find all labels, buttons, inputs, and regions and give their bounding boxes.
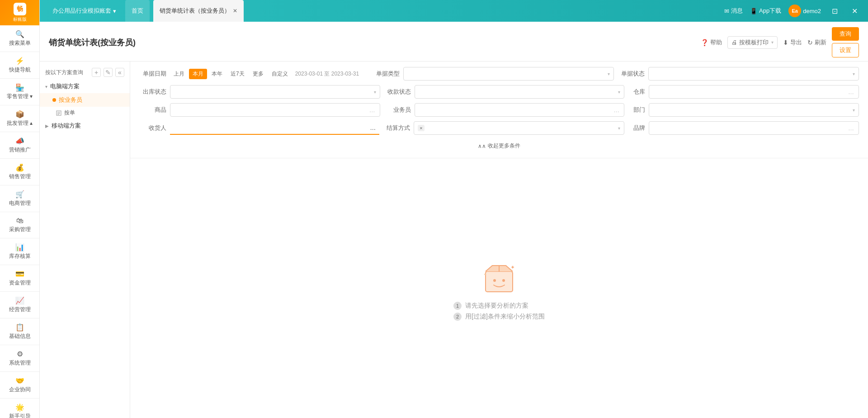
date-tab-this-year[interactable]: 本年 bbox=[208, 69, 226, 79]
sidebar-item-ops[interactable]: 📈 经营管理 bbox=[0, 292, 39, 318]
sidebar-item-newbie[interactable]: 🌟 新手引导 bbox=[0, 399, 39, 418]
panel-header-icons: + ✎ « bbox=[92, 68, 124, 77]
recv-status-chevron: ▾ bbox=[618, 90, 620, 95]
sidebar-item-retail[interactable]: 🏪 零售管理 ▾ bbox=[0, 79, 39, 105]
svg-text:✦: ✦ bbox=[483, 272, 487, 277]
breadcrumb[interactable]: 办公用品行业模拟账套 ▾ bbox=[47, 0, 122, 22]
tab-close-icon[interactable]: ✕ bbox=[233, 8, 237, 14]
date-tab-more[interactable]: 更多 bbox=[249, 69, 267, 79]
sidebar-item-marketing-label: 营销推广 bbox=[2, 146, 38, 154]
app-download-btn[interactable]: 📱 App下载 bbox=[750, 7, 781, 15]
tree-by-staff[interactable]: 按业务员 bbox=[40, 93, 130, 107]
topbar-left: 办公用品行业模拟账套 ▾ 首页 销货单统计表（按业务员） ✕ bbox=[47, 0, 244, 22]
add-scheme-btn[interactable]: + bbox=[92, 68, 101, 77]
dept-label: 部门 bbox=[632, 106, 645, 114]
by-order-label: 按单 bbox=[64, 109, 75, 117]
logo-icon: 畅 bbox=[14, 3, 26, 15]
settlement-label: 结算方式 bbox=[387, 124, 410, 132]
sidebar-item-purchase[interactable]: 🛍 采购管理 bbox=[0, 212, 39, 238]
expand-icon: ▾ bbox=[45, 84, 47, 89]
date-filter-group: 上月 本月 本年 近7天 更多 自定义 2023-03-01 至 2023-03… bbox=[170, 69, 373, 79]
help-btn[interactable]: ❓ 帮助 bbox=[701, 38, 722, 47]
wholesale-icon: 📦 bbox=[2, 110, 38, 119]
mobile-section-label: 移动端方案 bbox=[52, 122, 81, 130]
settlement-chevron: ▾ bbox=[618, 126, 620, 131]
tab-home[interactable]: 首页 bbox=[125, 0, 150, 22]
base-icon: 📋 bbox=[2, 323, 38, 332]
sidebar-item-base[interactable]: 📋 基础信息 bbox=[0, 318, 39, 345]
dept-control[interactable]: ▾ bbox=[649, 103, 859, 117]
brand-control[interactable]: … bbox=[649, 121, 859, 135]
edit-scheme-btn[interactable]: ✎ bbox=[104, 68, 113, 77]
export-btn[interactable]: ⬇ 导出 bbox=[783, 38, 802, 47]
collapse-chevron: ∧∧ bbox=[478, 143, 486, 149]
recv-status-control[interactable]: ▾ bbox=[415, 85, 625, 99]
settlement-control[interactable]: × ▾ bbox=[414, 121, 624, 135]
doc-status-control[interactable]: ▾ bbox=[648, 67, 859, 81]
refresh-label: 刷新 bbox=[815, 38, 826, 47]
date-tab-custom[interactable]: 自定义 bbox=[268, 69, 292, 79]
sidebar-item-enterprise[interactable]: 🤝 企业协同 bbox=[0, 372, 39, 399]
sidebar-item-system-label: 系统管理 bbox=[2, 359, 38, 367]
settlement-value-tag[interactable]: × bbox=[418, 125, 424, 131]
sidebar-item-finance[interactable]: 💳 资金管理 bbox=[0, 265, 39, 292]
sidebar-item-quicknav[interactable]: ⚡ 快捷导航 bbox=[0, 52, 39, 79]
sidebar-item-marketing[interactable]: 📣 营销推广 bbox=[0, 132, 39, 159]
sidebar-item-newbie-label: 新手引导 bbox=[2, 413, 38, 418]
sub-item-by-order[interactable]: 按单 bbox=[40, 107, 130, 119]
close-window-btn[interactable]: ✕ bbox=[848, 5, 861, 17]
query-button[interactable]: 查询 bbox=[832, 27, 859, 41]
user-profile-btn[interactable]: Ea demo2 bbox=[788, 5, 821, 17]
sidebar-item-search[interactable]: 🔍 搜索菜单 bbox=[0, 25, 39, 52]
sidebar-item-ecommerce-label: 电商管理 bbox=[2, 200, 38, 207]
staff-control[interactable]: … bbox=[415, 103, 625, 117]
staff-label: 业务员 bbox=[387, 106, 411, 114]
date-filter-label: 单据日期 bbox=[139, 70, 166, 78]
sidebar-item-base-label: 基础信息 bbox=[2, 332, 38, 340]
export-icon: ⬇ bbox=[783, 39, 788, 46]
sidebar-item-wholesale[interactable]: 📦 批发管理 ▴ bbox=[0, 105, 39, 132]
print-label: 按模板打印 bbox=[739, 38, 769, 47]
date-tab-7days[interactable]: 近7天 bbox=[227, 69, 248, 79]
sidebar-item-system[interactable]: ⚙ 系统管理 bbox=[0, 345, 39, 372]
settings-button[interactable]: 设置 bbox=[832, 43, 859, 57]
doc-type-label: 单据类型 bbox=[376, 70, 400, 78]
empty-text-list: 1 请先选择要分析的方案 2 用[过滤]条件来缩小分析范围 bbox=[453, 302, 545, 321]
product-control[interactable]: … bbox=[170, 103, 380, 117]
collapse-bar[interactable]: ∧∧ 收起更多条件 bbox=[139, 139, 859, 152]
tree-mobile-section[interactable]: ▶ 移动端方案 bbox=[40, 119, 130, 133]
sidebar-item-sales[interactable]: 💰 销售管理 bbox=[0, 159, 39, 185]
breadcrumb-chevron: ▾ bbox=[113, 8, 116, 14]
breadcrumb-text: 办公用品行业模拟账套 bbox=[52, 7, 111, 15]
date-tab-this-month[interactable]: 本月 bbox=[189, 69, 207, 79]
warehouse-dots: … bbox=[848, 89, 855, 95]
brand-dots: … bbox=[848, 125, 855, 132]
tab-report-label: 销货单统计表（按业务员） bbox=[160, 7, 230, 15]
warehouse-control[interactable]: … bbox=[649, 85, 859, 99]
newbie-icon: 🌟 bbox=[2, 403, 38, 412]
out-status-control[interactable]: ▾ bbox=[170, 85, 380, 99]
print-btn[interactable]: 🖨 按模板打印 ▾ bbox=[727, 36, 778, 49]
hint-text-1: 请先选择要分析的方案 bbox=[465, 302, 528, 310]
tab-report[interactable]: 销货单统计表（按业务员） ✕ bbox=[153, 0, 244, 22]
message-btn[interactable]: ✉ 消息 bbox=[724, 7, 743, 15]
export-label: 导出 bbox=[790, 38, 802, 47]
refresh-btn[interactable]: ↻ 刷新 bbox=[807, 38, 826, 47]
restore-window-btn[interactable]: ⊡ bbox=[828, 5, 841, 17]
collapse-panel-btn[interactable]: « bbox=[115, 68, 124, 77]
consignee-control[interactable]: … bbox=[170, 121, 379, 135]
username-label: demo2 bbox=[803, 8, 821, 14]
date-tabs: 上月 本月 本年 近7天 更多 自定义 bbox=[170, 69, 292, 79]
expand-mobile-icon: ▶ bbox=[45, 124, 49, 128]
tree-pc-section[interactable]: ▾ 电脑端方案 bbox=[40, 80, 130, 93]
date-tab-last-month[interactable]: 上月 bbox=[170, 69, 188, 79]
out-status-chevron: ▾ bbox=[374, 90, 376, 95]
sidebar-item-ecommerce[interactable]: 🛒 电商管理 bbox=[0, 185, 39, 212]
doc-type-control[interactable]: ▾ bbox=[403, 67, 614, 81]
enterprise-icon: 🤝 bbox=[2, 376, 38, 385]
right-panel: 单据日期 上月 本月 本年 近7天 更多 自定义 2023-03-01 至 20… bbox=[130, 62, 868, 418]
dept-chevron: ▾ bbox=[853, 108, 855, 113]
sales-icon: 💰 bbox=[2, 163, 38, 172]
page-title: 销货单统计表(按业务员) bbox=[49, 37, 136, 48]
sidebar-item-inventory[interactable]: 📊 库存核算 bbox=[0, 238, 39, 265]
